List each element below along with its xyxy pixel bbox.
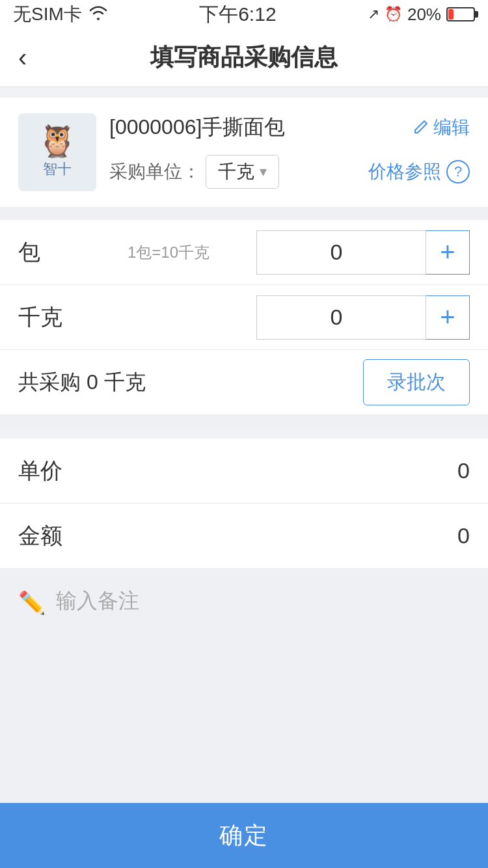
confirm-button[interactable]: 确定: [0, 803, 488, 868]
record-batch-button[interactable]: 录批次: [363, 359, 470, 405]
status-bar: 无SIM卡 下午6:12 ↗ ⏰ 20%: [0, 0, 488, 29]
notes-placeholder: 输入备注: [56, 587, 139, 616]
back-button[interactable]: ‹: [18, 43, 27, 72]
product-card: 🦉 智十 [0000006]手撕面包 编辑 采购单位： 千克 ▾: [0, 98, 488, 207]
unit-price-value: 0: [457, 458, 470, 483]
notes-section[interactable]: ✏️ 输入备注: [0, 569, 488, 842]
kg-input-row: 千克 +: [0, 285, 488, 350]
edit-icon: [411, 118, 429, 137]
summary-text: 共采购 0 千克: [18, 368, 146, 397]
carrier-text: 无SIM卡: [13, 2, 82, 27]
pencil-icon: ✏️: [18, 590, 46, 616]
status-left: 无SIM卡: [13, 2, 108, 27]
help-icon: ?: [446, 160, 470, 183]
edit-button[interactable]: 编辑: [411, 115, 470, 140]
bao-label: 包: [18, 237, 122, 267]
nav-bar: ‹ 填写商品采购信息: [0, 29, 488, 87]
amount-label: 金额: [18, 521, 62, 551]
kg-input[interactable]: [256, 295, 426, 340]
status-right: ↗ ⏰ 20%: [368, 5, 475, 25]
edit-label: 编辑: [433, 115, 470, 140]
product-info: [0000006]手撕面包 编辑 采购单位： 千克 ▾ 价格: [109, 113, 470, 189]
page-title: 填写商品采购信息: [150, 42, 338, 74]
thumb-owl-icon: 🦉: [38, 126, 77, 157]
dropdown-arrow-icon: ▾: [260, 163, 267, 180]
product-thumbnail: 🦉 智十: [18, 113, 96, 191]
unit-label: 采购单位：: [109, 159, 200, 184]
wifi-icon: [88, 4, 108, 25]
input-section: 包 1包=10千克 + 千克 + 共采购 0 千克 录批次: [0, 220, 488, 415]
bao-sublabel: 1包=10千克: [128, 242, 210, 263]
confirm-label: 确定: [219, 820, 269, 852]
unit-value: 千克: [218, 159, 254, 184]
battery-icon: [446, 7, 475, 21]
section-divider-2: [0, 415, 488, 428]
alarm-icon: ⏰: [385, 6, 402, 23]
bao-input-row: 包 1包=10千克 +: [0, 220, 488, 285]
thumb-brand-label: 智十: [43, 159, 72, 179]
amount-value: 0: [457, 523, 470, 549]
price-ref-label: 价格参照: [368, 159, 441, 184]
section-divider-1: [0, 207, 488, 220]
status-time: 下午6:12: [199, 1, 276, 28]
unit-price-label: 单价: [18, 456, 62, 486]
summary-row: 共采购 0 千克 录批次: [0, 350, 488, 415]
kg-plus-button[interactable]: +: [426, 295, 470, 340]
price-ref-button[interactable]: 价格参照 ?: [368, 159, 470, 184]
unit-price-row: 单价 0: [0, 439, 488, 504]
bao-input[interactable]: [256, 230, 426, 275]
price-section: 单价 0 金额 0: [0, 439, 488, 569]
amount-row: 金额 0: [0, 504, 488, 569]
battery-percent: 20%: [407, 5, 441, 25]
location-icon: ↗: [368, 6, 379, 23]
product-name: [0000006]手撕面包: [109, 113, 285, 142]
kg-label: 千克: [18, 303, 122, 332]
bao-plus-button[interactable]: +: [426, 230, 470, 275]
unit-select[interactable]: 千克 ▾: [206, 155, 279, 189]
